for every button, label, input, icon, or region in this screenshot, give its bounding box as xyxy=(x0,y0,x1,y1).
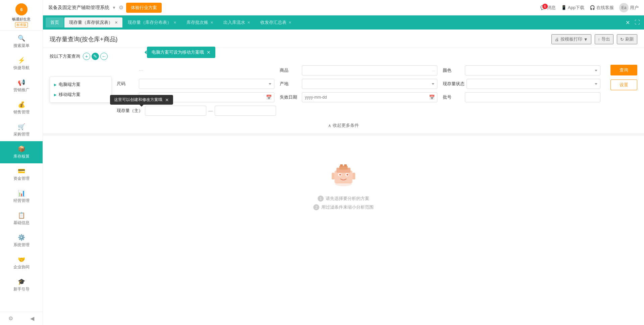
page-title: 现存量查询(按仓库+商品) xyxy=(50,35,118,43)
scheme-tooltip-1-close[interactable]: ✕ xyxy=(207,50,211,55)
scheme-mobile-label: 移动端方案 xyxy=(59,92,80,98)
sidebar-item-quick-nav[interactable]: ⚡ 快捷导航 xyxy=(0,53,43,75)
tab-inventory-dist[interactable]: 现存量（库存分布表）✕ xyxy=(123,17,181,28)
warehouse-dots: ··· xyxy=(139,67,143,73)
filter-row-2: 尺码 产地 现存量状态 xyxy=(117,79,600,89)
user-action[interactable]: Ea 用户 xyxy=(619,3,639,12)
tab-label-inventory-dist: 现存量（库存分布表） xyxy=(128,19,171,25)
header-right: 💬 6 消息 📱 App下载 🎧 在线客服 Ea 用户 xyxy=(540,3,639,12)
range-dash: — xyxy=(208,108,213,113)
page-header: 现存量查询(按仓库+商品) 🖨 按模板打印 ▼ ↑ 导出 ↻ 刷新 xyxy=(43,30,644,48)
tab-close-collection-summary[interactable]: ✕ xyxy=(288,20,291,25)
stock-main-max[interactable] xyxy=(215,106,276,116)
online-support-action[interactable]: 🎧 在线客服 xyxy=(590,5,614,11)
message-action[interactable]: 💬 6 消息 xyxy=(540,5,556,11)
sales-nav-icon: 💰 xyxy=(18,101,25,108)
search-button-group: 查询 设置 xyxy=(610,65,637,90)
message-badge: 6 xyxy=(542,4,548,9)
svg-rect-13 xyxy=(353,173,355,179)
tab-close-batch-account[interactable]: ✕ xyxy=(210,20,213,25)
refresh-label: 刷新 xyxy=(625,36,634,42)
search-nav-label: 搜索菜单 xyxy=(13,43,30,49)
app-logo-icon: 6 xyxy=(15,3,28,15)
edit-scheme-btn[interactable]: ✎ xyxy=(92,53,99,60)
origin-field: 产地 xyxy=(280,79,437,89)
sidebar-item-inventory[interactable]: 📦 库存核算 xyxy=(0,141,43,163)
expiry-date-input[interactable] xyxy=(302,92,437,102)
tab-batch-account[interactable]: 库存批次账✕ xyxy=(182,17,218,28)
stock-main-field: 现存量（主） — xyxy=(117,106,276,116)
sidebar-item-system[interactable]: ⚙️ 系统管理 xyxy=(0,230,43,252)
system-settings-icon[interactable]: ⚙ xyxy=(119,4,123,11)
sidebar-item-marketing[interactable]: 📢 营销推广 xyxy=(0,75,43,97)
tab-close-inventory-status[interactable]: ✕ xyxy=(115,20,118,25)
add-scheme-btn[interactable]: + xyxy=(83,53,90,60)
tab-close-in-out-flow[interactable]: ✕ xyxy=(247,20,250,25)
operations-nav-icon: 📊 xyxy=(18,189,25,197)
header-left: 装备及固定资产辅助管理系统 ▼ ⚙ 体验行业方案 xyxy=(48,3,162,13)
color-select[interactable] xyxy=(465,65,600,75)
collapse-bar[interactable]: ∧ 收起更多条件 xyxy=(50,119,637,133)
tab-label-collection-summary: 收发存汇总表 xyxy=(260,19,286,25)
reset-btn[interactable]: 设置 xyxy=(610,79,637,90)
sales-nav-label: 销售管理 xyxy=(13,109,30,115)
sidebar-item-purchase[interactable]: 🛒 采购管理 xyxy=(0,119,43,141)
finance-nav-icon: 💳 xyxy=(18,167,25,175)
goods-input[interactable] xyxy=(302,65,437,75)
settings-icon[interactable]: ⚙ xyxy=(8,315,13,322)
origin-select[interactable] xyxy=(302,79,437,89)
search-btn[interactable]: 查询 xyxy=(610,65,637,75)
tab-close-all-btn[interactable]: ✕ xyxy=(624,18,631,27)
filter-header-label: 按以下方案查询 xyxy=(50,53,80,59)
stock-status-select[interactable] xyxy=(467,79,600,89)
scheme-tree-item-desktop[interactable]: ▶ 电脑端方案 xyxy=(50,79,111,90)
app-download-action[interactable]: 📱 App下载 xyxy=(561,5,584,11)
user-label: 用户 xyxy=(630,5,639,11)
color-field: 颜色 xyxy=(443,65,600,75)
tab-maximize-btn[interactable]: ⛶ xyxy=(633,18,641,27)
tab-inventory-status[interactable]: 现存量（库存状况表）✕ xyxy=(64,17,122,28)
sidebar-item-base-info[interactable]: 📋 基础信息 xyxy=(0,208,43,230)
app-download-label: App下载 xyxy=(568,5,584,11)
tab-home[interactable]: 首页 xyxy=(46,17,64,28)
prev-scheme-btn[interactable]: ← xyxy=(100,53,108,60)
tab-close-inventory-dist[interactable]: ✕ xyxy=(173,20,176,25)
guide-nav-label: 新手引导 xyxy=(13,286,30,292)
svg-point-10 xyxy=(339,174,341,175)
filter-row-1: ··· 商品 ··· 颜色 xyxy=(117,65,600,75)
batch-no-field: 批号 xyxy=(443,92,600,102)
size-select[interactable] xyxy=(139,79,274,89)
svg-rect-6 xyxy=(340,164,343,167)
batch-no-input[interactable] xyxy=(465,92,600,102)
tab-in-out-flow[interactable]: 出入库流水✕ xyxy=(219,17,255,28)
filter-header-icons: + ✎ ← xyxy=(83,53,108,60)
stock-status-field: 现存量状态 xyxy=(443,79,600,89)
tab-collection-summary[interactable]: 收发存汇总表✕ xyxy=(256,17,296,28)
sidebar-item-operations[interactable]: 📊 经营管理 xyxy=(0,185,43,208)
sidebar-item-sales[interactable]: 💰 销售管理 xyxy=(0,97,43,119)
top-header: 装备及固定资产辅助管理系统 ▼ ⚙ 体验行业方案 💬 6 消息 📱 App下载 … xyxy=(43,0,644,15)
system-name: 装备及固定资产辅助管理系统 xyxy=(48,5,109,11)
sidebar-item-guide[interactable]: 🎓 新手引导 xyxy=(0,274,43,296)
edit-scheme-tooltip-close[interactable]: ✕ xyxy=(165,97,169,103)
collapse-sidebar-icon[interactable]: ◀ xyxy=(30,315,34,322)
svg-text:6: 6 xyxy=(20,7,22,12)
sidebar-item-finance[interactable]: 💳 资金管理 xyxy=(0,163,43,185)
industry-btn[interactable]: 体验行业方案 xyxy=(126,3,162,13)
refresh-btn[interactable]: ↻ 刷新 xyxy=(617,34,637,44)
export-btn[interactable]: ↑ 导出 xyxy=(595,34,614,44)
scheme-tree-item-mobile[interactable]: ▶ 移动端方案 xyxy=(50,90,111,100)
sidebar-bottom: ⚙ ◀ xyxy=(0,312,43,325)
sidebar-logo: 6 畅通好生意 标准版 xyxy=(0,0,43,31)
collapse-up-icon: ∧ xyxy=(328,123,331,128)
sidebar-item-enterprise[interactable]: 🤝 企业协同 xyxy=(0,252,43,274)
system-dropdown-icon[interactable]: ▼ xyxy=(112,5,116,10)
print-dropdown-icon: ▼ xyxy=(584,37,588,42)
edit-scheme-tooltip-text: 这里可以创建和修改方案哦 xyxy=(114,97,162,103)
print-btn[interactable]: 🖨 按模板打印 ▼ xyxy=(551,34,591,44)
printer-icon: 🖨 xyxy=(555,37,559,42)
expiry-date-label: 失效日期 xyxy=(280,94,300,100)
svg-rect-12 xyxy=(332,173,334,179)
stock-main-min[interactable] xyxy=(145,106,206,116)
sidebar-item-search[interactable]: 🔍 搜索菜单 xyxy=(0,31,43,53)
